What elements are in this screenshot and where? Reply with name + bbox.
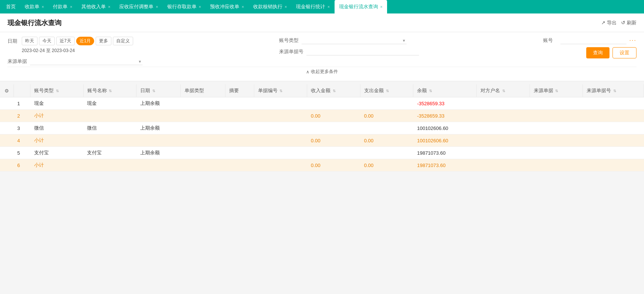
cell-counterparty	[477, 122, 530, 134]
cell-account-name: 微信	[83, 122, 137, 134]
date-range-display: 2023-02-24 至 2023-03-24	[22, 48, 75, 54]
col-doc-no[interactable]: 单据编号 ⇅	[254, 84, 307, 97]
cell-gear	[0, 159, 14, 172]
nav-cash-flow[interactable]: 现金银行流水查询 ×	[335, 0, 387, 13]
date-yesterday[interactable]: 昨天	[22, 37, 38, 45]
cell-doc-no	[254, 147, 307, 159]
cell-source-doc-no	[583, 147, 644, 159]
date-more[interactable]: 更多	[96, 37, 111, 45]
cell-account-type: 小计	[30, 110, 84, 122]
cell-account-name	[83, 110, 137, 122]
cell-source-doc-no	[583, 134, 644, 147]
date-1month[interactable]: 近1月	[76, 37, 95, 45]
cell-account-type: 微信	[30, 122, 84, 134]
cell-doc-no	[254, 122, 307, 134]
account-type-select[interactable]	[302, 37, 407, 44]
nav-collection-exec-label: 收款核销执行	[253, 3, 282, 10]
nav-other-income-close[interactable]: ×	[108, 4, 110, 9]
date-today[interactable]: 今天	[39, 37, 55, 45]
page-header: 现金银行流水查询 ↗ 导出 ↺ 刷新	[0, 13, 644, 32]
collapse-button[interactable]: ∧ 收起更多条件	[8, 67, 636, 76]
nav-cash-stats-close[interactable]: ×	[327, 4, 330, 9]
nav-other-income-label: 其他收入单	[81, 3, 106, 10]
table-row: 2 小计 0.00 0.00 -3528659.33	[0, 110, 644, 122]
cell-balance: 19871073.60	[413, 159, 477, 172]
nav-cash-stats[interactable]: 现金银行统计 ×	[291, 0, 334, 13]
query-button[interactable]: 查询	[586, 47, 609, 58]
source-doc-select-wrap: ▼	[30, 58, 143, 65]
cell-balance: 100102606.60	[413, 134, 477, 147]
cell-balance: 100102606.60	[413, 122, 477, 134]
account-input[interactable]	[560, 37, 626, 44]
cell-income: 0.00	[307, 134, 360, 147]
nav-advance-offset[interactable]: 预收冲应收单 ×	[206, 0, 248, 13]
account-label: 账号	[543, 37, 554, 44]
nav-payment[interactable]: 付款单 ×	[48, 0, 77, 13]
export-label: 导出	[607, 19, 617, 26]
refresh-icon: ↺	[621, 20, 625, 25]
nav-collection-exec-close[interactable]: ×	[285, 4, 287, 9]
cell-source-doc-no	[583, 122, 644, 134]
date-custom[interactable]: 自定义	[113, 37, 133, 45]
page-title: 现金银行流水查询	[8, 18, 62, 27]
col-balance[interactable]: 余额 ⇅	[413, 84, 477, 97]
cell-expense: 0.00	[360, 159, 413, 172]
cell-doc-type	[180, 97, 225, 110]
nav-other-income[interactable]: 其他收入单 ×	[77, 0, 115, 13]
cell-balance: 19871073.60	[413, 147, 477, 159]
col-account-name[interactable]: 账号名称 ⇅	[83, 84, 137, 97]
nav-ar-adjust[interactable]: 应收应付调整单 ×	[115, 0, 162, 13]
cell-counterparty	[477, 97, 530, 110]
source-doc-select[interactable]	[30, 58, 143, 65]
col-income[interactable]: 收入金额 ⇅	[307, 84, 360, 97]
nav-bank-deposit-close[interactable]: ×	[199, 4, 201, 9]
nav-receipt[interactable]: 收款单 ×	[20, 0, 48, 13]
refresh-button[interactable]: ↺ 刷新	[621, 19, 636, 26]
cell-account-type: 小计	[30, 134, 84, 147]
nav-home[interactable]: 首页	[2, 0, 20, 13]
refresh-label: 刷新	[627, 19, 636, 26]
table-row: 1 现金 现金 上期余额 -3528659.33	[0, 97, 644, 110]
nav-cash-flow-close[interactable]: ×	[380, 4, 383, 9]
cell-source-doc-no	[583, 97, 644, 110]
cell-date	[137, 110, 181, 122]
settings-button[interactable]: 设置	[612, 47, 636, 58]
cell-income: 0.00	[307, 110, 360, 122]
export-button[interactable]: ↗ 导出	[601, 19, 617, 26]
collapse-label: 收起更多条件	[311, 69, 338, 75]
nav-collection-exec[interactable]: 收款核销执行 ×	[249, 0, 291, 13]
cell-summary	[225, 110, 254, 122]
col-gear[interactable]: ⚙	[0, 84, 14, 97]
col-counterparty[interactable]: 对方户名 ⇅	[477, 84, 530, 97]
cell-source-doc	[530, 159, 583, 172]
nav-bank-deposit[interactable]: 银行存取款单 ×	[163, 0, 206, 13]
cell-income	[307, 97, 360, 110]
nav-advance-offset-close[interactable]: ×	[242, 4, 244, 9]
cell-expense: 0.00	[360, 110, 413, 122]
top-navigation: 首页 收款单 × 付款单 × 其他收入单 × 应收应付调整单 × 银行存取款单 …	[0, 0, 644, 13]
nav-receipt-close[interactable]: ×	[42, 4, 44, 9]
nav-ar-adjust-close[interactable]: ×	[156, 4, 158, 9]
cell-income: 0.00	[307, 159, 360, 172]
cell-counterparty	[477, 134, 530, 147]
col-date[interactable]: 日期 ⇅	[137, 84, 181, 97]
col-account-type[interactable]: 账号类型 ⇅	[30, 84, 84, 97]
table-row: 6 小计 0.00 0.00 19871073.60	[0, 159, 644, 172]
account-more-button[interactable]: ···	[629, 37, 636, 44]
source-doc-no-input[interactable]	[306, 48, 419, 55]
filter-area: 日期 昨天 今天 近7天 近1月 更多 自定义 2023-02-24 至 202…	[0, 32, 644, 81]
cell-expense	[360, 147, 413, 159]
date-7days[interactable]: 近7天	[56, 37, 75, 45]
date-options: 昨天 今天 近7天 近1月 更多 自定义	[22, 37, 133, 45]
nav-advance-offset-label: 预收冲应收单	[210, 3, 239, 10]
table-row: 4 小计 0.00 0.00 100102606.60	[0, 134, 644, 147]
col-source-doc[interactable]: 来源单据 ⇅	[530, 84, 583, 97]
account-type-label: 账号类型	[279, 37, 299, 44]
cell-doc-type	[180, 147, 225, 159]
cell-gear	[0, 134, 14, 147]
nav-payment-close[interactable]: ×	[70, 4, 72, 9]
cell-account-type: 支付宝	[30, 147, 84, 159]
col-source-doc-no[interactable]: 来源单据号 ⇅	[583, 84, 644, 97]
cell-summary	[225, 159, 254, 172]
col-expense[interactable]: 支出金额 ⇅	[360, 84, 413, 97]
